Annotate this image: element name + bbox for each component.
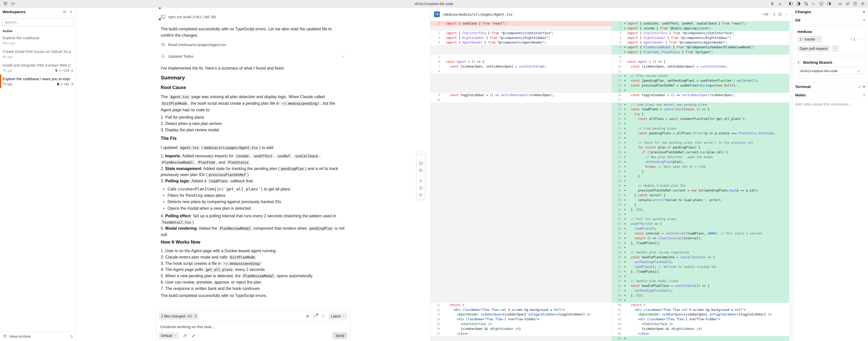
- chat-input[interactable]: [160, 324, 343, 331]
- workspace-item[interactable]: Explore the codebase 35m ago: [0, 33, 76, 47]
- diff-row: 33+ }: [430, 174, 789, 179]
- floating-toolbar: [416, 152, 425, 199]
- add-workspace-button[interactable]: [69, 10, 73, 14]
- fix-paragraph: I updated Agent.tsx (medusa/src/pages/Ag…: [161, 145, 345, 151]
- chat-bubble-icon[interactable]: [796, 2, 801, 6]
- todos-status-icon[interactable]: [313, 314, 317, 318]
- send-button[interactable]: Send: [332, 332, 347, 339]
- files-changed-badge[interactable]: 2 files changed +61 -3: [159, 313, 199, 320]
- list-item: Detects new plans by comparing against p…: [161, 198, 345, 205]
- hide-diff-icon[interactable]: [778, 12, 782, 17]
- updated-todos-row[interactable]: Updated Todos: [161, 54, 345, 59]
- drag-handle-icon[interactable]: [419, 154, 423, 155]
- megaphone-icon[interactable]: [845, 2, 850, 6]
- spinner-icon: [321, 314, 325, 318]
- diff-row: 25+: [430, 136, 789, 141]
- git-branch-icon[interactable]: [419, 193, 423, 197]
- pen-icon[interactable]: [191, 334, 196, 338]
- diff-row: 38+ console.error('Failed to load plans:…: [430, 198, 789, 203]
- how-it-works-list: 1. User is on the Agent page with a Dock…: [161, 248, 345, 292]
- read-file-row[interactable]: Read medusa/src/pages/Agent.tsx: [161, 42, 345, 47]
- collapse-chevron-icon[interactable]: [785, 12, 788, 16]
- diff-row: 13 <AgentHeader sidebarOpen={sidebarOpen…: [430, 312, 789, 317]
- pause-icon[interactable]: [770, 2, 774, 6]
- chat-panel: npm run build 2>&1 | tail -80 The build …: [76, 8, 430, 341]
- diff-row: 58+ }, []);: [430, 293, 789, 298]
- git-compare-icon[interactable]: [804, 2, 808, 6]
- archive-icon[interactable]: [3, 2, 8, 6]
- git-section-header[interactable]: Git ▼: [792, 16, 868, 24]
- diff-row: 5 8: [430, 55, 789, 59]
- removed-count: -3: [70, 82, 73, 86]
- expand-triangle-icon: ▼: [863, 19, 865, 21]
- list-item: Filters for Pending status plans: [161, 192, 345, 198]
- diff-row: 43+ useEffect(() => {: [430, 222, 789, 226]
- diff-row: 22+: [430, 121, 789, 126]
- workspace-item[interactable]: Create Good First Issues on Github So p …: [0, 47, 76, 61]
- added-count: +134: [62, 68, 69, 72]
- archive-count: 0: [71, 334, 73, 338]
- summary-heading: Summary: [161, 74, 345, 81]
- panel-left-icon[interactable]: [789, 2, 793, 6]
- view-archive-button[interactable]: View Archive 0: [0, 331, 76, 341]
- diff-row: 20+ try {: [430, 112, 789, 117]
- changes-section-header[interactable]: Changes ▶: [792, 8, 868, 16]
- panel-right-icon[interactable]: [827, 2, 831, 6]
- chevron-down-icon[interactable]: [341, 54, 345, 58]
- sign-out-icon[interactable]: [11, 2, 15, 6]
- diff-row: 10 17: [430, 98, 789, 102]
- notes-placeholder[interactable]: Add notes about this workspace...: [792, 99, 868, 109]
- chevrons-up-icon[interactable]: [778, 2, 782, 6]
- root-cause-paragraph: The Agent.tsx page was missing all plan …: [161, 94, 345, 113]
- layers-icon[interactable]: [63, 10, 67, 14]
- ahead-indicator: ↑ 1: [850, 37, 855, 41]
- terminal-section-header[interactable]: Terminal ▶: [792, 82, 868, 91]
- terminal-icon[interactable]: [812, 2, 816, 6]
- expand-icon[interactable]: [858, 85, 861, 88]
- diff-row: 19+ const loadPlans = useCallback(async …: [430, 107, 789, 112]
- hide-diff-icon[interactable]: [419, 161, 423, 165]
- the-fix-heading: The Fix: [161, 136, 345, 141]
- final-paragraph: The build completed successfully with no…: [161, 292, 345, 299]
- diff-row: 31+ break; // Only open one at a time: [430, 164, 789, 169]
- diff-row: 37+ } catch (error) {: [430, 193, 789, 198]
- settings-gear-icon[interactable]: [861, 2, 865, 6]
- workspace-item[interactable]: Install and integrate Vibe Kanban Web C …: [0, 61, 76, 74]
- mode-dropdown[interactable]: Default: [159, 332, 179, 339]
- workspace-item-selected[interactable]: Explore the codebase I want you to expl …: [0, 74, 76, 88]
- diff-row: 59+: [430, 298, 789, 303]
- removed-count: -2: [70, 68, 73, 72]
- list-item: 7. The response is written back and the …: [161, 286, 345, 292]
- monitor-icon[interactable]: [419, 186, 423, 190]
- diff-added-count: +59: [763, 12, 768, 16]
- notes-section-header[interactable]: Notes ▼: [792, 91, 868, 99]
- list-item: 1. Poll for pending plans: [161, 114, 345, 121]
- branch-selector[interactable]: master: [797, 36, 822, 42]
- play-icon[interactable]: [419, 179, 423, 183]
- status-dot: [159, 8, 161, 9]
- monitor-icon[interactable]: [819, 2, 824, 6]
- workspace-search-input[interactable]: [2, 19, 74, 26]
- open-pull-request-button[interactable]: Open pull request: [797, 45, 830, 52]
- pr-dropdown-button[interactable]: [831, 45, 839, 52]
- diff-row: 12 <div className="flex flex-col h-scree…: [430, 308, 789, 312]
- terminal-command-row[interactable]: npm run build 2>&1 | tail -80: [161, 14, 345, 19]
- help-icon[interactable]: [853, 2, 857, 6]
- menu-icon[interactable]: [838, 2, 842, 6]
- active-section-label: Active: [0, 27, 76, 33]
- working-branch-input[interactable]: [800, 69, 856, 73]
- checklist-icon: [161, 54, 165, 58]
- green-status-dot: [316, 313, 318, 315]
- version-dropdown[interactable]: Latest: [329, 313, 347, 319]
- diff-row: 12+ // Plan review state: [430, 73, 789, 79]
- sparkle-icon[interactable]: [305, 314, 309, 318]
- copy-icon[interactable]: [419, 168, 423, 173]
- diff-scrollbar[interactable]: [789, 21, 792, 341]
- diff-row: 29+ // New plan detected - open the moda…: [430, 155, 789, 160]
- edit-pencil-icon[interactable]: [857, 69, 861, 72]
- attach-icon[interactable]: [183, 334, 187, 338]
- diff-row: 2+import { invoke } from "@tauri-apps/ap…: [430, 26, 789, 31]
- more-options-icon[interactable]: ···: [859, 37, 863, 41]
- list-item: Calls invoke<PlanItem[]>('get_all_plans'…: [161, 186, 345, 192]
- diff-row: 56+ const handlePlanClose = useCallback(…: [430, 284, 789, 288]
